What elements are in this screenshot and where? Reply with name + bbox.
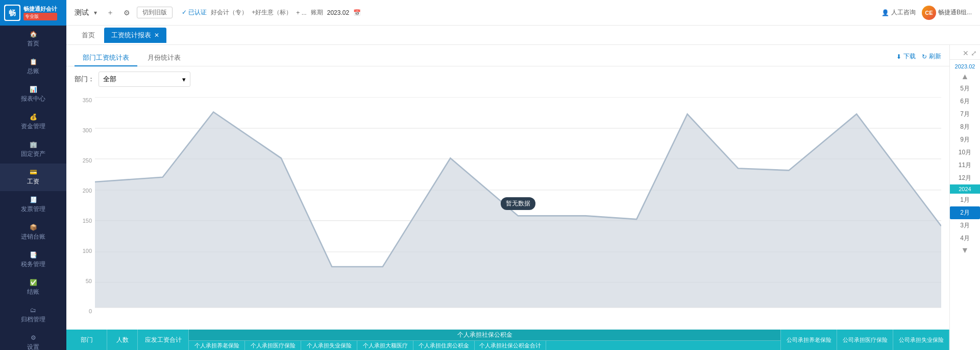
sidebar-item-assets[interactable]: 🏢 固定资产	[0, 136, 66, 164]
filter-label: 部门：	[75, 75, 94, 84]
subtab-month[interactable]: 月份统计表	[139, 50, 189, 66]
user-button[interactable]: CE 畅捷通B组...	[922, 6, 972, 20]
sidebar-item-label: 资金管理	[21, 122, 45, 131]
panel-header: ✕ ⤢	[950, 47, 980, 60]
month-8[interactable]: 8月	[950, 121, 980, 133]
sidebar-item-settings[interactable]: ⚙ 设置	[0, 329, 66, 350]
col-unemployment: 个人承担失业保险	[301, 341, 357, 350]
status-more: + ...	[296, 9, 306, 16]
refresh-label: 刷新	[929, 52, 941, 61]
sidebar-item-label: 设置	[27, 343, 39, 350]
archive-icon: 🗂	[30, 307, 36, 314]
month-2[interactable]: 2月	[950, 206, 980, 219]
settings-button[interactable]: ⚙	[120, 7, 133, 19]
sidebar-item-tax[interactable]: 📑 税务管理	[0, 246, 66, 274]
sidebar-item-label: 首页	[27, 39, 39, 48]
month-6[interactable]: 6月	[950, 95, 980, 108]
topbar-actions: ＋ ⚙ 切到旧版	[104, 7, 173, 19]
chart-y-axis: 350 300 250 200 150 100 50 0	[75, 97, 95, 314]
help-button[interactable]: 👤 人工咨询	[881, 8, 916, 17]
month-9[interactable]: 9月	[950, 133, 980, 146]
refresh-button[interactable]: ↻ 刷新	[922, 52, 941, 61]
topbar-status: ✓ 已认证 好会计（专） +好生意（标） + ... 账期 2023.02 📅	[182, 8, 361, 17]
tabbar: 首页 工资统计报表 ✕	[66, 26, 980, 45]
month-3[interactable]: 3月	[950, 219, 980, 232]
prev-year-arrow[interactable]: ▲	[950, 71, 980, 82]
sidebar-item-label: 固定资产	[21, 150, 45, 158]
sidebar-item-label: 税务管理	[21, 260, 45, 269]
svg-text:畅: 畅	[9, 9, 16, 17]
logo-badge: 专业版	[23, 13, 57, 20]
next-year-arrow[interactable]: ▼	[950, 245, 980, 256]
col-c-medical: 公司承担医疗保险	[837, 330, 893, 350]
dept-select[interactable]: 全部 ▾	[99, 72, 190, 87]
col-total: 个人承担社保公积金合计	[475, 341, 546, 350]
page-title: 测试	[75, 8, 89, 17]
user-name: 畅捷通B组...	[938, 8, 972, 17]
sidebar-item-label: 发票管理	[21, 205, 45, 214]
tab-salary-report[interactable]: 工资统计报表 ✕	[104, 28, 166, 43]
month-11[interactable]: 11月	[950, 159, 980, 172]
tab-close-icon[interactable]: ✕	[154, 32, 159, 38]
col-count: 人数	[107, 330, 138, 350]
sidebar-item-invoice[interactable]: 🧾 发票管理	[0, 191, 66, 219]
main-content: 测试 ▾ ＋ ⚙ 切到旧版 ✓ 已认证 好会计（专） +好生意（标） + ...…	[66, 0, 980, 350]
assets-icon: 🏢	[30, 141, 37, 148]
sidebar-item-ledger[interactable]: 📋 总账	[0, 53, 66, 81]
year-2024-label[interactable]: 2024	[950, 184, 980, 194]
y-label-250: 250	[83, 157, 92, 164]
switch-old-button[interactable]: 切到旧版	[137, 7, 173, 18]
group-social-insurance: 个人承担社保公积金 个人承担养老保险 个人承担医疗保险 个人承担失业保险 个人承…	[189, 330, 781, 350]
tab-salary-label: 工资统计报表	[111, 31, 151, 40]
close-panel-icon[interactable]: ✕	[963, 49, 969, 57]
sidebar-item-label: 进销台账	[21, 232, 45, 241]
sidebar-item-archive[interactable]: 🗂 归档管理	[0, 301, 66, 329]
content-main: 部门工资统计表 月份统计表 ⬇ 下载 ↻ 刷新 部门： 全部	[66, 45, 949, 350]
month-10[interactable]: 10月	[950, 146, 980, 159]
y-label-300: 300	[83, 127, 92, 133]
col-pension: 个人承担养老保险	[189, 341, 245, 350]
sidebar-item-label: 归档管理	[21, 315, 45, 324]
col-medical: 个人承担医疗保险	[245, 341, 301, 350]
refresh-icon: ↻	[922, 53, 927, 60]
help-icon: 👤	[881, 9, 889, 16]
col-housing: 个人承担住房公积金	[413, 341, 475, 350]
sidebar-logo: 畅 畅捷通好会计 专业版	[0, 0, 66, 26]
month-4[interactable]: 4月	[950, 232, 980, 245]
chart-container: 350 300 250 200 150 100 50 0	[75, 97, 941, 324]
sidebar-item-home[interactable]: 🏠 首页	[0, 26, 66, 53]
title-dropdown[interactable]: ▾	[94, 9, 97, 16]
sidebar-item-checkout[interactable]: ✅ 结账	[0, 274, 66, 301]
expand-panel-icon[interactable]: ⤢	[971, 49, 977, 57]
subtab-dept[interactable]: 部门工资统计表	[75, 50, 137, 66]
y-label-200: 200	[83, 188, 92, 194]
right-date-panel: ✕ ⤢ 2023.02 ▲ 5月 6月 7月 8月 9月 10月 11月 12月…	[949, 45, 980, 350]
col-c-unemployment: 公司承担失业保险	[893, 330, 949, 350]
sidebar-item-label: 报表中心	[21, 95, 45, 103]
download-button[interactable]: ⬇ 下载	[896, 52, 916, 61]
sidebar-item-salary[interactable]: 💳 工资	[0, 164, 66, 191]
sidebar-item-purchase[interactable]: 📦 进销台账	[0, 219, 66, 246]
chart-plot: 暂无数据	[95, 97, 941, 314]
year-display: 2023.02	[950, 62, 980, 71]
month-7[interactable]: 7月	[950, 108, 980, 121]
sidebar-item-funds[interactable]: 💰 资金管理	[0, 108, 66, 136]
sidebar-item-reports[interactable]: 📊 报表中心	[0, 81, 66, 108]
home-icon: 🏠	[30, 31, 37, 38]
reports-icon: 📊	[30, 86, 37, 93]
filterbar: 部门： 全部 ▾	[66, 66, 949, 92]
col-dept: 部门	[66, 330, 107, 350]
month-5[interactable]: 5月	[950, 82, 980, 95]
add-button[interactable]: ＋	[104, 7, 116, 19]
month-1[interactable]: 1月	[950, 194, 980, 206]
calendar-icon[interactable]: 📅	[353, 9, 361, 16]
tab-home[interactable]: 首页	[75, 28, 102, 43]
sidebar-item-label: 总账	[27, 67, 39, 76]
content-area: 部门工资统计表 月份统计表 ⬇ 下载 ↻ 刷新 部门： 全部	[66, 45, 980, 350]
month-12[interactable]: 12月	[950, 172, 980, 184]
y-label-150: 150	[83, 218, 92, 224]
ledger-icon: 📋	[30, 58, 37, 65]
salary-icon: 💳	[30, 169, 37, 176]
group-cols: 个人承担养老保险 个人承担医疗保险 个人承担失业保险 个人承担大额医疗 个人承担…	[189, 341, 780, 350]
topbar-right: 👤 人工咨询 CE 畅捷通B组...	[881, 6, 972, 20]
